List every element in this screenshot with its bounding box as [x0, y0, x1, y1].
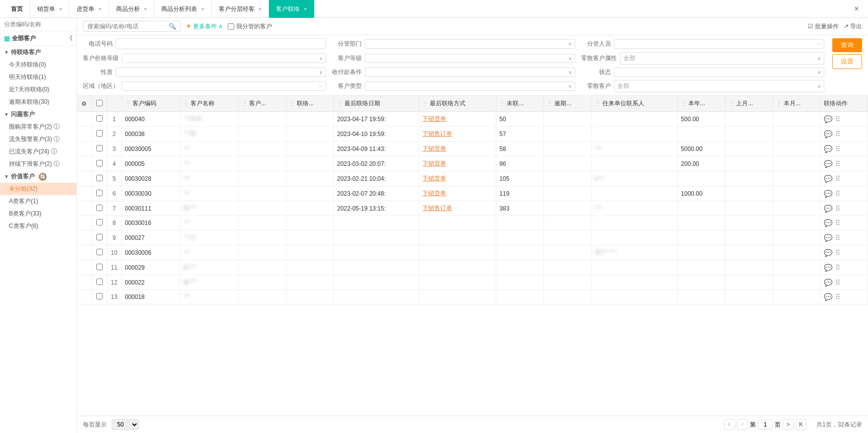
export-button[interactable]: ↗ 导出 [844, 22, 862, 31]
row-checkbox-cell[interactable] [92, 186, 107, 201]
nav-tab-purchase[interactable]: 进货单 × [69, 0, 109, 18]
more-action-icon[interactable]: ⠿ [835, 264, 840, 272]
col-last-month[interactable]: ⋮上月... [726, 96, 773, 112]
row-checkbox-cell[interactable] [92, 201, 107, 216]
customer-level-select[interactable]: ∨ [365, 54, 575, 63]
nav-tab-home[interactable]: 首页 [4, 0, 30, 18]
more-action-icon[interactable]: ⠿ [835, 205, 840, 213]
sidebar-group-value[interactable]: ▼ 价值客户 🔄 [0, 170, 76, 183]
last-method-link[interactable]: 下销货单 [422, 115, 446, 122]
row-last-method[interactable]: 下销货单 [419, 171, 496, 186]
nav-tab-sales[interactable]: 销货单 × [30, 0, 69, 18]
col-contact[interactable]: ⋮联络... [286, 96, 334, 112]
sidebar-search-input[interactable] [4, 21, 77, 28]
row-checkbox[interactable] [96, 130, 103, 137]
row-checkbox-cell[interactable] [92, 275, 107, 290]
all-customers-header[interactable]: ⊞ 全部客户 《 [0, 31, 76, 46]
nav-tab-customer-tier[interactable]: 客户分层经客 × [212, 0, 269, 18]
row-checkbox-cell[interactable] [92, 260, 107, 275]
row-last-method[interactable]: 下销货单 [419, 156, 496, 171]
row-checkbox[interactable] [96, 160, 103, 166]
my-customers-checkbox-wrap[interactable]: 我分管的客户 [228, 22, 272, 31]
price-level-select[interactable]: ∨ [122, 54, 326, 63]
prev-page-button[interactable]: < [737, 419, 748, 430]
col-year-amount[interactable]: ⋮本年... [678, 96, 726, 112]
row-checkbox[interactable] [96, 234, 103, 240]
row-checkbox-cell[interactable] [92, 112, 107, 127]
last-method-link[interactable]: 下销售订单 [422, 205, 452, 212]
sidebar-item-ungroup[interactable]: 未分组(32) [0, 183, 76, 195]
search-icon[interactable]: 🔍 [169, 23, 176, 30]
contact-icon[interactable]: 💬 [824, 264, 832, 272]
more-action-icon[interactable]: ⠿ [835, 160, 840, 168]
sidebar-item-class-b[interactable]: B类客户(33) [0, 208, 76, 220]
page-number-input[interactable] [758, 420, 773, 430]
close-purchase-tab[interactable]: × [98, 0, 101, 18]
close-analysis-list-tab[interactable]: × [201, 0, 204, 18]
close-window-button[interactable]: × [849, 1, 864, 16]
last-page-button[interactable]: K [796, 419, 806, 430]
sidebar-item-abnormal[interactable]: 囤购异常客户(2) ⓘ [0, 121, 76, 133]
nav-tab-analysis[interactable]: 商品分析 × [109, 0, 154, 18]
col-ctype[interactable]: ⋮客户... [239, 96, 286, 112]
row-last-method[interactable]: 下销货单 [419, 142, 496, 156]
col-name[interactable]: ⋮客户名称 [180, 96, 239, 112]
more-action-icon[interactable]: ⠿ [835, 175, 840, 183]
contact-icon[interactable]: 💬 [824, 205, 832, 213]
more-action-icon[interactable]: ⠿ [835, 219, 840, 227]
sidebar-item-7day-pending[interactable]: 近7天待联络(0) [0, 83, 76, 96]
row-last-method[interactable]: 下销货单 [419, 186, 496, 201]
row-last-method[interactable]: 下销售订单 [419, 201, 496, 216]
col-this-month[interactable]: ⋮本月... [773, 96, 821, 112]
col-overdue[interactable]: ⋮逾期... [544, 96, 592, 112]
row-checkbox-cell[interactable] [92, 290, 107, 304]
row-last-method[interactable]: 下销货单 [419, 112, 496, 127]
more-action-icon[interactable]: ⠿ [835, 234, 840, 242]
row-checkbox[interactable] [96, 190, 103, 196]
col-last-date[interactable]: ⋮最后联络日期 [334, 96, 419, 112]
close-analysis-tab[interactable]: × [144, 0, 147, 18]
row-checkbox-cell[interactable] [92, 171, 107, 186]
select-all-checkbox[interactable] [96, 100, 103, 106]
last-method-link[interactable]: 下销货单 [422, 190, 446, 197]
last-method-link[interactable]: 下销货单 [422, 175, 446, 182]
retail-customer-select[interactable]: 全部 ∨ [614, 80, 824, 92]
gender-select[interactable]: ∨ [116, 68, 326, 77]
next-page-button[interactable]: > [783, 419, 794, 430]
my-customers-checkbox[interactable] [228, 23, 234, 30]
col-settings[interactable]: ⚙ [77, 96, 92, 112]
sidebar-group-pending[interactable]: ▼ 待联络客户 [0, 46, 76, 59]
row-checkbox-cell[interactable] [92, 245, 107, 260]
close-customer-contact-tab[interactable]: × [304, 0, 307, 18]
col-partner-contact[interactable]: ⋮往来单位联系人 [592, 96, 678, 112]
person-select[interactable]: ··· [614, 39, 824, 49]
row-last-method[interactable]: 下销售订单 [419, 127, 496, 142]
more-conditions-button[interactable]: ▼ 更多条件 ∧ [186, 22, 223, 31]
sidebar-item-declining[interactable]: 持续下滑客户(2) ⓘ [0, 158, 76, 170]
row-checkbox-cell[interactable] [92, 127, 107, 142]
row-checkbox[interactable] [96, 205, 103, 211]
query-button[interactable]: 查询 [832, 38, 862, 52]
last-method-link[interactable]: 下销售订单 [422, 130, 452, 137]
more-action-icon[interactable]: ⠿ [835, 130, 840, 138]
row-checkbox[interactable] [96, 249, 103, 255]
col-checkbox[interactable] [92, 96, 107, 112]
last-method-link[interactable]: 下销货单 [422, 145, 446, 152]
row-checkbox[interactable] [96, 219, 103, 225]
row-checkbox[interactable] [96, 264, 103, 270]
row-checkbox[interactable] [96, 115, 103, 122]
contact-icon[interactable]: 💬 [824, 115, 832, 123]
sidebar-group-problem[interactable]: ▼ 问题客户 [0, 108, 76, 121]
payment-select[interactable]: ∨ [365, 68, 575, 77]
contact-icon[interactable]: 💬 [824, 234, 832, 242]
sidebar-item-today-pending[interactable]: 今天待联络(0) [0, 59, 76, 71]
row-checkbox-cell[interactable] [92, 142, 107, 156]
more-action-icon[interactable]: ⠿ [835, 293, 840, 301]
row-checkbox-cell[interactable] [92, 156, 107, 171]
nav-tab-customer-contact[interactable]: 客户联络 × [269, 0, 314, 18]
customer-type-select[interactable]: ∨ [365, 81, 575, 91]
col-unliaison[interactable]: ⋮未联... [496, 96, 544, 112]
contact-icon[interactable]: 💬 [824, 249, 832, 257]
more-action-icon[interactable]: ⠿ [835, 190, 840, 198]
contact-icon[interactable]: 💬 [824, 293, 832, 301]
